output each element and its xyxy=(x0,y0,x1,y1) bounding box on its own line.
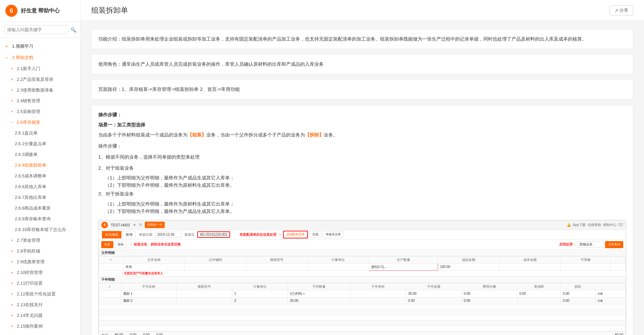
sub-step-2-1: （1）上部明细为父件明细，最终作为产成品生成其它入库单； xyxy=(105,175,626,181)
ss-footer: 合计 ¥0.00 0.00 0.00 0.00 ¥0.00 xyxy=(99,331,626,335)
ss-doc-num-input[interactable]: AD-20191226-001 xyxy=(197,231,230,238)
sidebar-item-2-7[interactable]: + 2.7资金管理 xyxy=(0,235,80,246)
ss-footer-v1: ¥0.00 xyxy=(115,333,123,335)
sidebar-item-2-5[interactable]: + 2.5采购管理 xyxy=(0,106,80,117)
sidebar-item-2-6[interactable]: − 2.6库存核算 xyxy=(0,117,80,128)
nav-group-1: + 1.视频学习 xyxy=(0,41,80,52)
sub-plus-icon: + xyxy=(11,270,15,275)
sidebar-item-2-12[interactable]: + 2.12系统个性化设置 xyxy=(0,289,80,299)
ss-th-check: ✓ xyxy=(99,256,123,263)
ss-date-input[interactable]: 2019-12-26 xyxy=(155,232,182,237)
ss-type-zz[interactable]: 组装 xyxy=(101,241,113,248)
ss-find-btn[interactable]: 立即查询 xyxy=(605,241,623,248)
path-text: 页面路径：1、库存核算->库存管理->组装拆卸单 2、首页->常用功能 xyxy=(98,87,240,92)
ss-cth-amount: 子件金额 xyxy=(406,283,462,290)
ss-prev-btn[interactable]: 同期前一天 xyxy=(145,222,165,228)
sidebar-item-2-6-5[interactable]: 2.6.5成本调整单 xyxy=(0,171,80,181)
sidebar-item-2-6-9[interactable]: 2.6.9库存账本查询 xyxy=(0,214,80,224)
ss-complete-btn[interactable]: 完成 xyxy=(309,231,321,238)
sidebar-item-2-6-7[interactable]: 2.6.7其他出库单 xyxy=(0,192,80,203)
sidebar-item-label: 1.视频学习 xyxy=(12,43,33,49)
sidebar-item-label: 2.3使用前数据准备 xyxy=(17,87,53,93)
sidebar-item-2-6-1[interactable]: 2.6.1盘点单 xyxy=(0,128,80,138)
table-row xyxy=(99,310,626,315)
sub-steps-2: （1）上部明细为父件明细，最终作为产成品生成其它入库单； （2）下部明细为子件明… xyxy=(98,175,626,188)
sidebar-item-2-15[interactable]: + 2.15操作案例 xyxy=(0,321,80,332)
sub-plus-icon: + xyxy=(11,249,15,254)
ss-settings-icon: ⚙ xyxy=(139,223,142,227)
sidebar-item-2-6-2[interactable]: 2.6.2分量盘点单 xyxy=(0,138,80,149)
ss-search-field[interactable]: 货物品名 xyxy=(577,241,604,248)
ss-cth-unit: 计量单位 xyxy=(232,283,288,290)
sidebar-item-2-13[interactable]: + 2.13在线支付 xyxy=(0,299,80,310)
ss-tab-btn-1[interactable]: 本信继续 xyxy=(102,231,121,238)
sidebar-item-help[interactable]: − 2.帮助文档 xyxy=(0,52,80,63)
role-block: 使用角色：通常由生产人员或库管人员完成折装业务的操作，库管人员确认原材料的出库和… xyxy=(91,54,633,74)
step-3: 3、对于拆装业务 xyxy=(98,190,626,198)
ss-td-check xyxy=(99,263,123,270)
ss-config-btn[interactable]: 选择配料清单 xyxy=(283,231,308,238)
sidebar-header: 6 好生意 帮助中心 xyxy=(0,0,80,22)
ss-th-ops xyxy=(611,256,626,263)
sidebar-item-2-8[interactable]: + 2.8手机旺铺 xyxy=(0,246,80,257)
ss-bell-icon: 🔔 xyxy=(567,223,571,227)
search-input[interactable] xyxy=(4,25,68,34)
sub-plus-icon: + xyxy=(11,88,15,93)
ss-td-cost xyxy=(499,263,561,270)
sub-plus-icon: + xyxy=(11,66,15,71)
ss-tab-btn-2[interactable]: 新增 xyxy=(123,231,136,238)
sub-plus-icon: + xyxy=(11,109,15,114)
sidebar-item-video[interactable]: + 1.视频学习 xyxy=(0,41,80,52)
ss-th-cost: 成本金额 xyxy=(499,256,561,263)
ss-td-pname: 米米 xyxy=(123,263,184,270)
sidebar-item-2-1[interactable]: + 2.1新手入门 xyxy=(0,63,80,74)
table-row: 属材 1 1 (已求和)＝ 30.00 0.00 0.00 0.00 ⊙⊗ xyxy=(99,290,626,297)
ss-td-qty: 接扣(+1)... xyxy=(369,263,438,270)
ss-td-pcode xyxy=(184,263,246,270)
ss-audit-btn[interactable]: 审核本次单 xyxy=(323,231,344,238)
sub-step-2-2: （2）下部明细为子件明细，最终作为原材料生成其它出库单。 xyxy=(105,182,626,188)
sidebar-item-2-3[interactable]: + 2.3使用前数据准备 xyxy=(0,85,80,96)
ss-form-fields: 单据日期 2019-12-26 集团店 AD-20191226-001 xyxy=(136,230,233,239)
table-row: 米米 接扣(+1)... 100.00 xyxy=(99,263,626,270)
sidebar-item-2-6-3[interactable]: 2.6.3调拨单 xyxy=(0,149,80,160)
ss-arrow-right: → xyxy=(278,232,282,237)
sidebar-item-2-6-10[interactable]: 2.6.10库存账本错了怎么办 xyxy=(0,224,80,235)
ss-type-cj[interactable]: 拆卸 xyxy=(115,241,127,248)
search-icon[interactable]: 🔍 xyxy=(70,27,76,33)
ss-field-label-date: 单据日期 xyxy=(139,232,152,237)
sidebar-item-2-11[interactable]: + 2.11打印设置 xyxy=(0,278,80,289)
ss-nav-tabs: 本信继续 新增 单据日期 2019-12-26 集团店 AD-20191226-… xyxy=(99,230,626,240)
ss-td-unit xyxy=(308,263,369,270)
sidebar-item-2-14[interactable]: + 2.14常见问题 xyxy=(0,310,80,321)
sub-plus-icon: + xyxy=(11,292,15,296)
table-row xyxy=(99,326,626,331)
nav-sub-list-2: + 2.1新手入门 + 2.2产品安装及登录 + 2.3使用前数据准备 + 2.… xyxy=(0,63,80,332)
sidebar-item-label: 2.1新手入门 xyxy=(17,66,40,72)
ss-child-table: ✓ 子件名称 规格型号 计量单位 子件数量 子件单价 子件金额 费用分摊 附加M… xyxy=(99,283,626,331)
sub-plus-icon: + xyxy=(11,324,15,329)
share-button[interactable]: ↗ 分享 xyxy=(609,5,633,15)
ss-parent-header: 父件明细 xyxy=(99,250,626,256)
scene1-title: 场景一：加工类型选择 xyxy=(98,122,626,128)
sidebar-item-2-6-4[interactable]: 2.6.4组装拆卸单 xyxy=(0,160,80,171)
ss-cth-alloc: 费用分摊 xyxy=(462,283,517,290)
sidebar-item-2-10[interactable]: + 2.10经营管理 xyxy=(0,267,80,278)
sidebar-item-2-4[interactable]: + 2.4销售管理 xyxy=(0,96,80,106)
sidebar-item-2-2[interactable]: + 2.2产品安装及登录 xyxy=(0,74,80,85)
ss-app-dl: App下载 xyxy=(573,223,586,227)
sub-plus-icon: + xyxy=(11,260,15,264)
ss-field-label-org: 集团店 xyxy=(184,232,195,237)
sidebar-item-2-6-6[interactable]: 2.6.6其他入库单 xyxy=(0,181,80,192)
ss-th-spec: 规格型号 xyxy=(246,256,308,263)
sub-steps-3: （1）上部明细为父件明细，最终作为原材料生成其它出库单； （2）下部明细为子件明… xyxy=(98,201,626,215)
sidebar-item-2-6-8[interactable]: 2.6.8商品成本重算 xyxy=(0,203,80,214)
ss-type-tabs: 组装 拆卸 xyxy=(101,241,127,248)
sidebar-item-2-9[interactable]: + 2.9优惠券管理 xyxy=(0,257,80,267)
ss-td-avail xyxy=(561,263,611,270)
ops-section: 操作步骤： 场景一：加工类型选择 当由多个子件材料组装成一个成品的业务为【组装】… xyxy=(91,105,633,335)
sub-plus-icon: + xyxy=(11,313,15,318)
ss-parent-table: ✓ 父件名称 父件编码 规格型号 计量单位 生产数量 成品金额 成本金额 可用量 xyxy=(99,256,626,271)
ss-cth-loss: 损耗 xyxy=(560,283,595,290)
app-title: 好生意 帮助中心 xyxy=(21,7,60,14)
